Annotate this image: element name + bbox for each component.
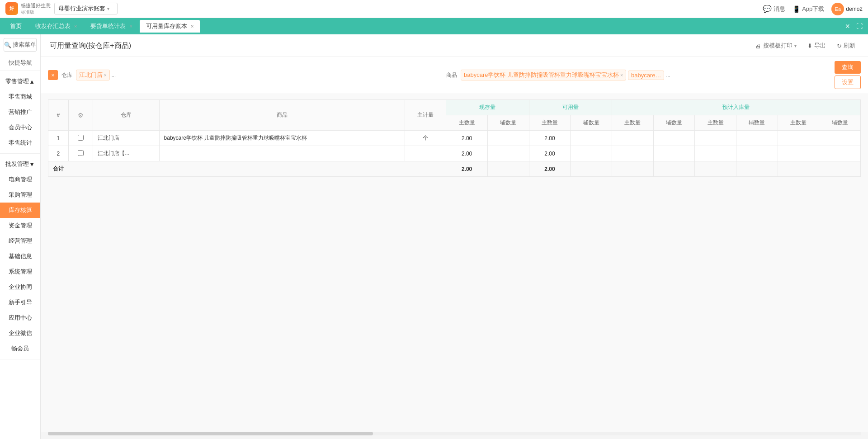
row-checkbox[interactable]: [78, 150, 84, 156]
logo-area: 好 畅捷通好生意 标准版: [5, 2, 51, 15]
warehouse-more-button[interactable]: ...: [112, 72, 116, 78]
top-bar-right: 💬 消息 📱 App下载 Ea demo2: [763, 3, 863, 15]
app-label: App下载: [802, 5, 824, 13]
sidebar-item-ecommerce-mgmt[interactable]: 电商管理: [0, 172, 40, 187]
gear-icon[interactable]: ⚙: [78, 112, 84, 119]
tab-keyongliang-close[interactable]: ×: [191, 24, 193, 29]
cell-checkbox[interactable]: [68, 146, 93, 161]
export-icon: ⬇: [807, 42, 812, 49]
product-tag-1[interactable]: babycare学饮杯 儿童防摔防撞吸管杯重力球吸嘴杯宝宝水杯 ×: [461, 70, 626, 80]
sidebar-item-ops-mgmt[interactable]: 经营管理: [0, 233, 40, 249]
sidebar-item-app-center[interactable]: 应用中心: [0, 310, 40, 326]
warehouse-tag-close-icon[interactable]: ×: [104, 73, 107, 78]
sidebar-item-retail-mall[interactable]: 零售商城: [0, 89, 40, 104]
search-icon: 🔍: [4, 42, 11, 48]
export-button[interactable]: ⬇ 导出: [804, 40, 830, 52]
tab-yaohuo-label: 要货单统计表: [90, 22, 126, 30]
page-title: 可用量查询(按仓库+商品): [50, 41, 131, 51]
col-stock-main: 主数量: [446, 115, 488, 131]
footer-available-aux: [571, 161, 612, 177]
cell-production-main: [778, 146, 819, 161]
account-selector[interactable]: 母婴行业演示账套 ▾: [54, 3, 118, 14]
col-planned-group: 预计入库量: [612, 100, 860, 115]
setting-button[interactable]: 设置: [835, 76, 861, 89]
horizontal-scrollbar[interactable]: [48, 432, 861, 435]
close-all-tabs-button[interactable]: ×: [841, 22, 854, 31]
export-label: 导出: [814, 42, 826, 50]
warehouse-tag[interactable]: 江北门店 ×: [76, 70, 110, 80]
sidebar-item-enterprise-collab-label: 企业协同: [9, 283, 32, 291]
query-button[interactable]: 查询: [835, 61, 861, 74]
sidebar-item-ops-mgmt-label: 经营管理: [9, 237, 32, 245]
sidebar-item-member-plus-label: 畅会员: [11, 345, 29, 353]
table-container: # ⚙ 仓库 商品 主计量 现存量 可用量 预计入库量 主数量 辅数量 主数量 …: [41, 94, 868, 432]
tab-home[interactable]: 首页: [4, 20, 28, 33]
col-gear[interactable]: ⚙: [68, 100, 93, 131]
message-icon: 💬: [763, 5, 772, 13]
cell-checkbox[interactable]: [68, 131, 93, 146]
quick-nav-button[interactable]: 快捷导航: [0, 55, 40, 71]
product-tag-1-close-icon[interactable]: ×: [620, 73, 623, 78]
user-avatar-area[interactable]: Ea demo2: [831, 3, 863, 15]
col-index: #: [48, 100, 69, 131]
filter-expand-button[interactable]: »: [48, 70, 58, 80]
print-button[interactable]: 🖨 按模板打印 ▾: [752, 40, 800, 52]
sidebar-item-purchase-mgmt-label: 采购管理: [9, 191, 32, 199]
sidebar-item-member-plus[interactable]: 畅会员: [0, 341, 40, 356]
col-purchase-aux: 辅数量: [653, 115, 695, 131]
footer-stock-main: 2.00: [446, 161, 488, 177]
tab-keyongliang-label: 可用量库存账本: [146, 22, 187, 30]
footer-incoming-main: [695, 161, 736, 177]
sidebar-item-system-mgmt-label: 系统管理: [9, 268, 32, 276]
sidebar-item-inventory-check-label: 库存核算: [9, 206, 32, 214]
sidebar-item-retail-mgmt-label: 零售管理: [5, 77, 29, 85]
col-production-main: 主数量: [778, 115, 819, 131]
tab-keyongliang[interactable]: 可用量库存账本 ×: [140, 20, 200, 33]
product-tag-2[interactable]: babycare…: [628, 71, 664, 80]
search-menu-button[interactable]: 🔍 搜索菜单: [4, 38, 37, 52]
tab-shoufacun-close[interactable]: ×: [74, 24, 77, 29]
print-dropdown-icon: ▾: [794, 43, 797, 48]
sidebar: 🔍 搜索菜单 快捷导航 零售管理 ▲ 零售商城 营销推广 会员中心 零售统计: [0, 34, 41, 439]
footer-stock-aux: [487, 161, 529, 177]
tab-yaohuo[interactable]: 要货单统计表 ×: [84, 20, 138, 33]
avatar: Ea: [831, 3, 844, 15]
sidebar-item-marketing[interactable]: 营销推广: [0, 104, 40, 120]
expand-icon[interactable]: ⛶: [854, 23, 864, 30]
row-checkbox[interactable]: [78, 135, 84, 141]
tab-shoufacun[interactable]: 收发存汇总表 ×: [29, 20, 83, 33]
sidebar-item-inventory-check[interactable]: 库存核算: [0, 203, 40, 218]
page-actions: 🖨 按模板打印 ▾ ⬇ 导出 ↻ 刷新: [752, 40, 859, 52]
app-download-button[interactable]: 📱 App下载: [793, 5, 824, 13]
sidebar-item-member-center[interactable]: 会员中心: [0, 120, 40, 135]
cell-warehouse: 江北门店【...: [93, 146, 159, 161]
sidebar-item-app-center-label: 应用中心: [9, 314, 32, 322]
message-button[interactable]: 💬 消息: [763, 5, 785, 13]
sidebar-item-new-guide[interactable]: 新手引导: [0, 295, 40, 310]
sidebar-item-basic-info-label: 基础信息: [9, 252, 32, 260]
footer-production-aux: [819, 161, 861, 177]
col-stock-aux: 辅数量: [487, 115, 529, 131]
refresh-button[interactable]: ↻ 刷新: [833, 40, 859, 52]
account-name: 母婴行业演示账套: [58, 5, 105, 13]
sidebar-item-system-mgmt[interactable]: 系统管理: [0, 264, 40, 279]
sidebar-item-purchase-mgmt[interactable]: 采购管理: [0, 187, 40, 203]
tab-yaohuo-close[interactable]: ×: [129, 24, 132, 29]
sidebar-item-retail-stats[interactable]: 零售统计: [0, 135, 40, 151]
col-incoming-main: 主数量: [695, 115, 736, 131]
sidebar-item-marketing-label: 营销推广: [9, 108, 32, 116]
product-more-button[interactable]: ...: [666, 72, 670, 78]
cell-product: [159, 146, 405, 161]
footer-available-main: 2.00: [529, 161, 571, 177]
sidebar-item-retail-mgmt[interactable]: 零售管理 ▲: [0, 74, 40, 89]
sidebar-item-finance-mgmt[interactable]: 资金管理: [0, 218, 40, 233]
sidebar-item-enterprise-wechat[interactable]: 企业微信: [0, 326, 40, 341]
sidebar-item-wholesale-mgmt[interactable]: 批发管理 ▼: [0, 156, 40, 172]
scrollbar-thumb[interactable]: [48, 432, 373, 435]
app-icon: 📱: [793, 5, 800, 13]
filter-bar: » 仓库 江北门店 × ... 商品 babycare学饮杯 儿童防摔防撞吸管杯…: [41, 57, 868, 94]
sidebar-item-basic-info[interactable]: 基础信息: [0, 249, 40, 264]
col-production-aux: 辅数量: [819, 115, 861, 131]
sidebar-item-enterprise-collab[interactable]: 企业协同: [0, 279, 40, 295]
cell-unit: 个: [405, 131, 446, 146]
